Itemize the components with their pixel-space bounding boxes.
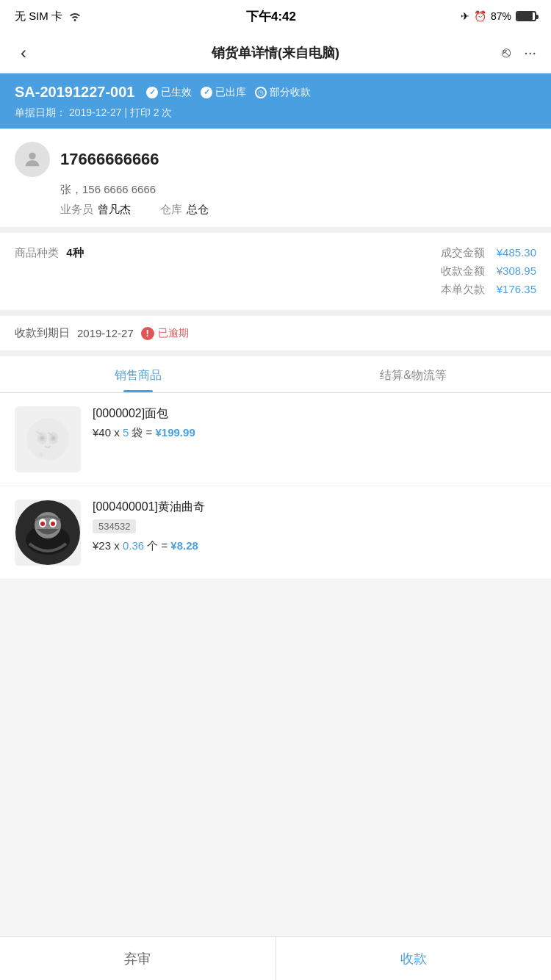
bottom-bar: 弃审 收款 bbox=[0, 936, 551, 980]
pay-label: 收款金额 bbox=[441, 264, 485, 278]
product-name-1: [0000002]面包 bbox=[93, 406, 536, 422]
customer-section: 17666666666 张，156 6666 6666 业务员 曾凡杰 仓库 总… bbox=[0, 129, 551, 233]
page-title: 销货单详情(来自电脑) bbox=[212, 44, 339, 62]
due-section: 收款到期日 2019-12-27 ! 已逾期 bbox=[0, 316, 551, 356]
cancel-button[interactable]: 弃审 bbox=[0, 937, 276, 980]
customer-contact: 张，156 6666 6666 bbox=[15, 183, 536, 197]
nav-bar: ‹ 销货单详情(来自电脑) ⎋ ··· bbox=[0, 32, 551, 73]
deal-row: 成交金额 ¥485.30 bbox=[441, 246, 536, 260]
stats-right: 成交金额 ¥485.30 收款金额 ¥308.95 本单欠款 ¥176.35 bbox=[441, 246, 536, 297]
tab-settlement[interactable]: 结算&物流等 bbox=[276, 356, 551, 392]
customer-avatar bbox=[15, 142, 50, 177]
type-label: 商品种类 bbox=[15, 246, 59, 259]
type-count: 4种 bbox=[66, 246, 83, 259]
warehouse-name: 总仓 bbox=[187, 203, 209, 217]
deal-label: 成交金额 bbox=[441, 246, 485, 260]
pay-row: 收款金额 ¥308.95 bbox=[441, 264, 536, 278]
order-date: 2019-12-27 bbox=[69, 107, 122, 118]
print-info: | 打印 2 次 bbox=[124, 107, 172, 118]
status-badge-3: ◷ 部分收款 bbox=[255, 86, 311, 99]
overdue-icon: ! bbox=[141, 327, 154, 340]
stats-section: 商品种类 4种 成交金额 ¥485.30 收款金额 ¥308.95 本单欠款 ¥… bbox=[0, 233, 551, 316]
products-section: 鱼+ [0000002]面包 ¥40 x 5 袋 = ¥199.99 bbox=[0, 393, 551, 580]
product-price-1: ¥40 x 5 袋 = ¥199.99 bbox=[93, 426, 536, 440]
nav-actions: ⎋ ··· bbox=[502, 44, 536, 61]
collect-button[interactable]: 收款 bbox=[276, 937, 552, 980]
product-thumb-1: 鱼+ bbox=[15, 406, 81, 472]
location-icon: ✈ bbox=[461, 10, 469, 22]
svg-point-7 bbox=[52, 437, 54, 439]
debt-amount: ¥176.35 bbox=[497, 283, 536, 297]
due-date: 2019-12-27 bbox=[77, 327, 134, 339]
status-badges: ✓ 已生效 ✓ 已出库 ◷ 部分收款 bbox=[146, 86, 311, 99]
svg-point-15 bbox=[51, 522, 55, 526]
debt-row: 本单欠款 ¥176.35 bbox=[441, 283, 536, 297]
status-right: ✈ ⏰ 87% bbox=[461, 10, 536, 22]
battery-text: 87% bbox=[491, 10, 511, 22]
back-button[interactable]: ‹ bbox=[15, 37, 32, 69]
status-badge-1: ✓ 已生效 bbox=[146, 86, 192, 99]
share-icon[interactable]: ⎋ bbox=[502, 44, 511, 61]
product-name-2: [000400001]黄油曲奇 bbox=[93, 500, 536, 515]
svg-point-0 bbox=[29, 153, 35, 159]
sales-item: 业务员 曾凡杰 bbox=[60, 203, 131, 217]
header-banner: SA-20191227-001 ✓ 已生效 ✓ 已出库 ◷ 部分收款 单据日期：… bbox=[0, 73, 551, 129]
battery-icon bbox=[516, 11, 536, 21]
tab-products[interactable]: 销售商品 bbox=[0, 356, 276, 392]
svg-point-14 bbox=[40, 522, 45, 526]
overdue-badge: ! 已逾期 bbox=[141, 327, 189, 340]
sales-label: 业务员 bbox=[60, 203, 93, 217]
product-tag-2: 534532 bbox=[93, 519, 136, 533]
status-badge-2: ✓ 已出库 bbox=[201, 86, 246, 99]
svg-text:鱼+: 鱼+ bbox=[39, 453, 46, 457]
overdue-text: 已逾期 bbox=[158, 327, 189, 340]
date-label: 单据日期： bbox=[15, 107, 66, 118]
product-item-2: [000400001]黄油曲奇 534532 ¥23 x 0.36 个 = ¥8… bbox=[0, 486, 551, 580]
svg-point-6 bbox=[41, 437, 43, 439]
more-icon[interactable]: ··· bbox=[524, 44, 536, 61]
stats-left: 商品种类 4种 bbox=[15, 246, 84, 260]
customer-row: 17666666666 bbox=[15, 142, 536, 177]
status-bar: 无 SIM 卡 下午4:42 ✈ ⏰ 87% bbox=[0, 0, 551, 32]
warehouse-label: 仓库 bbox=[160, 203, 182, 217]
debt-label: 本单欠款 bbox=[441, 283, 485, 297]
carrier-text: 无 SIM 卡 bbox=[15, 10, 62, 24]
pay-amount: ¥308.95 bbox=[497, 264, 536, 278]
product-info-2: [000400001]黄油曲奇 534532 ¥23 x 0.36 个 = ¥8… bbox=[93, 500, 536, 553]
clock-icon: ◷ bbox=[255, 87, 267, 98]
customer-meta: 业务员 曾凡杰 仓库 总仓 bbox=[15, 203, 536, 217]
check-icon-2: ✓ bbox=[201, 87, 212, 98]
deal-amount: ¥485.30 bbox=[497, 246, 536, 260]
tabs: 销售商品 结算&物流等 bbox=[0, 356, 551, 393]
customer-id: 17666666666 bbox=[60, 150, 159, 169]
wifi-icon bbox=[68, 11, 82, 21]
status-time: 下午4:42 bbox=[246, 8, 296, 25]
order-id: SA-20191227-001 bbox=[15, 84, 134, 101]
warehouse-item: 仓库 总仓 bbox=[160, 203, 209, 217]
order-date-row: 单据日期： 2019-12-27 | 打印 2 次 bbox=[15, 107, 536, 120]
sales-name: 曾凡杰 bbox=[98, 203, 131, 217]
svg-point-1 bbox=[27, 419, 69, 461]
check-icon-1: ✓ bbox=[146, 87, 158, 98]
product-info-1: [0000002]面包 ¥40 x 5 袋 = ¥199.99 bbox=[93, 406, 536, 440]
product-price-2: ¥23 x 0.36 个 = ¥8.28 bbox=[93, 539, 536, 553]
product-item-1: 鱼+ [0000002]面包 ¥40 x 5 袋 = ¥199.99 bbox=[0, 393, 551, 486]
alarm-icon: ⏰ bbox=[474, 10, 486, 22]
status-left: 无 SIM 卡 bbox=[15, 10, 82, 24]
product-thumb-2 bbox=[15, 500, 81, 566]
due-label: 收款到期日 bbox=[15, 326, 70, 340]
